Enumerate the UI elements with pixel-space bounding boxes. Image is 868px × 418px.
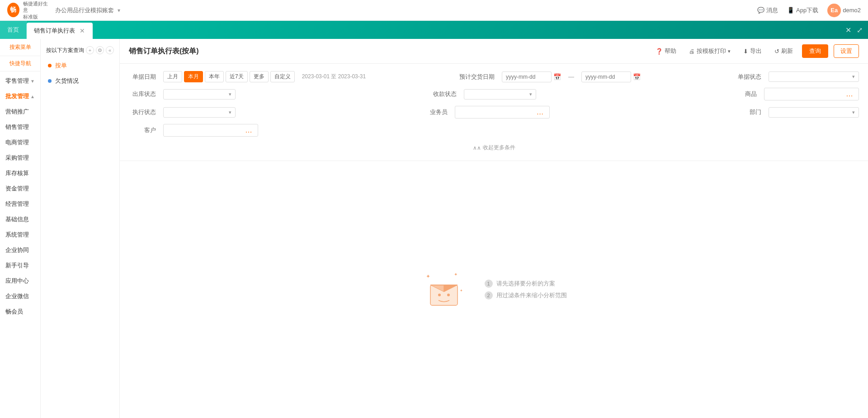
print-button[interactable]: 🖨 按模板打印 ▾	[685, 45, 734, 57]
tab-expand-icon[interactable]: ⤢	[857, 26, 863, 34]
sidebar-item-ecommerce[interactable]: 电商管理	[0, 135, 40, 150]
tab-close-icon[interactable]: ✕	[80, 27, 85, 34]
tab-home[interactable]: 首页	[0, 21, 27, 39]
product-input-group: …	[764, 88, 859, 100]
filter-row-4: 客户 …	[129, 124, 859, 137]
sidebar-item-app-center[interactable]: 应用中心	[0, 273, 40, 289]
breadcrumb-dropdown-icon[interactable]: ▾	[118, 7, 120, 14]
customer-label: 客户	[129, 126, 156, 134]
logo-area: 畅 畅捷通好生意 标准版	[7, 0, 48, 20]
sidebar-item-enterprise[interactable]: 企业协同	[0, 242, 40, 258]
settings-button[interactable]: 设置	[834, 44, 859, 58]
customer-input[interactable]	[167, 127, 243, 134]
sidebar-item-operations[interactable]: 经营管理	[0, 196, 40, 212]
date-btn-this-month[interactable]: 本月	[184, 71, 203, 82]
sub-nav-collapse-icon[interactable]: «	[106, 46, 114, 54]
delivery-arrow-icon: ▾	[229, 91, 231, 97]
order-dot	[48, 64, 52, 67]
salesperson-input-group: …	[455, 106, 550, 119]
execution-status-select[interactable]: ▾	[163, 107, 236, 118]
empty-step-1: 1 请先选择要分析的方案	[485, 280, 567, 288]
sub-nav-settings-icon[interactable]: ⚙	[96, 46, 104, 54]
date-btn-last7days[interactable]: 近7天	[226, 71, 248, 82]
sidebar-item-retail[interactable]: 零售管理	[0, 73, 40, 89]
top-header: 畅 畅捷通好生意 标准版 办公用品行业模拟账套 ▾ 💬 消息 📱 App下载 E…	[0, 0, 868, 21]
top-right-area: 💬 消息 📱 App下载 Ea demo2	[757, 4, 861, 17]
collapse-button[interactable]: ∧∧ 收起更多条件	[469, 142, 519, 153]
date-btn-last-month[interactable]: 上月	[163, 71, 182, 82]
collapse-icon: ∧∧	[473, 145, 481, 151]
print-icon: 🖨	[689, 48, 695, 55]
svg-point-8	[447, 294, 450, 296]
content-area: 按以下方案查询 + ⚙ « 按单	[41, 39, 868, 418]
export-icon: ⬇	[743, 48, 748, 55]
customer-ellipsis-icon[interactable]: …	[243, 126, 254, 134]
sidebar-item-member[interactable]: 畅会员	[0, 304, 40, 319]
sidebar-item-wholesale[interactable]: 批发管理	[0, 89, 40, 104]
page-actions: ❓ 帮助 🖨 按模板打印 ▾ ⬇ 导出 ↺	[652, 44, 859, 58]
app-download-button[interactable]: 📱 App下载	[787, 6, 818, 14]
sidebar-item-purchase[interactable]: 采购管理	[0, 150, 40, 166]
filter-row-2: 出库状态 ▾ 收款状态 ▾ 商品	[129, 88, 859, 100]
salesperson-ellipsis-icon[interactable]: …	[535, 108, 546, 116]
query-button[interactable]: 查询	[802, 44, 828, 58]
sub-nav-header: 按以下方案查询 + ⚙ «	[41, 44, 119, 58]
svg-point-7	[438, 294, 441, 296]
expected-date-to-group: 📅	[581, 71, 641, 82]
sidebar-item-inventory[interactable]: 库存核算	[0, 166, 40, 181]
svg-text:✦: ✦	[454, 272, 458, 277]
date-btn-this-year[interactable]: 本年	[205, 71, 224, 82]
sidebar-item-marketing[interactable]: 营销推广	[0, 104, 40, 119]
order-status-select[interactable]: ▾	[769, 71, 859, 82]
sidebar: 搜索菜单 快捷导航 零售管理 批发管理 营销推广 销售管理 电商管理 采购管理	[0, 39, 41, 418]
date-to-calendar-icon[interactable]: 📅	[633, 73, 641, 81]
sidebar-item-wechat[interactable]: 企业微信	[0, 289, 40, 304]
message-icon: 💬	[757, 7, 764, 14]
expected-date-label: 预计交货日期	[459, 73, 495, 81]
delivery-status-label: 出库状态	[129, 90, 156, 98]
empty-state-content: ✦ ✦ ✦ 1 请先选择	[421, 267, 567, 312]
expected-date-from-input[interactable]	[502, 71, 552, 82]
department-select[interactable]: ▾	[769, 107, 859, 118]
product-label: 商品	[730, 90, 757, 98]
payment-status-select[interactable]: ▾	[464, 89, 536, 100]
payment-arrow-icon: ▾	[529, 91, 532, 97]
page-header: 销售订单执行表(按单) ❓ 帮助 🖨 按模板打印 ▾ ⬇	[120, 39, 868, 64]
product-input[interactable]	[768, 91, 844, 98]
execution-arrow-icon: ▾	[229, 109, 231, 115]
export-button[interactable]: ⬇ 导出	[740, 45, 765, 57]
help-button[interactable]: ❓ 帮助	[652, 45, 680, 57]
sub-nav-header-icons: + ⚙ «	[86, 46, 114, 54]
sidebar-item-finance[interactable]: 资金管理	[0, 181, 40, 196]
sidebar-item-basic-info[interactable]: 基础信息	[0, 212, 40, 227]
app-download-icon: 📱	[787, 7, 794, 14]
sub-nav-item-order[interactable]: 按单	[41, 58, 119, 73]
customer-input-group: …	[163, 124, 258, 137]
sub-nav-add-icon[interactable]: +	[86, 46, 94, 54]
sub-nav-item-debt[interactable]: 欠货情况	[41, 73, 119, 89]
date-btn-group: 上月 本月 本年 近7天 更多 自定义	[163, 71, 295, 82]
main-layout: 搜索菜单 快捷导航 零售管理 批发管理 营销推广 销售管理 电商管理 采购管理	[0, 39, 868, 418]
sidebar-items: 零售管理 批发管理 营销推广 销售管理 电商管理 采购管理 库存核算 资金管理	[0, 71, 40, 321]
sidebar-search[interactable]: 搜索菜单	[0, 39, 40, 56]
salesperson-input[interactable]	[459, 109, 535, 116]
sidebar-item-system[interactable]: 系统管理	[0, 227, 40, 242]
empty-step-2: 2 用过滤条件来缩小分析范围	[485, 291, 567, 299]
page-main: 销售订单执行表(按单) ❓ 帮助 🖨 按模板打印 ▾ ⬇	[120, 39, 868, 418]
sidebar-item-sales-mgmt[interactable]: 销售管理	[0, 119, 40, 135]
sidebar-quick-nav[interactable]: 快捷导航	[0, 56, 40, 71]
date-btn-more[interactable]: 更多	[250, 71, 269, 82]
message-button[interactable]: 💬 消息	[757, 6, 778, 14]
product-ellipsis-icon[interactable]: …	[844, 90, 855, 98]
date-from-calendar-icon[interactable]: 📅	[553, 73, 561, 81]
expected-date-to-input[interactable]	[581, 71, 631, 82]
date-btn-custom[interactable]: 自定义	[270, 71, 295, 82]
collapse-area: ∧∧ 收起更多条件	[129, 142, 859, 153]
refresh-button[interactable]: ↺ 刷新	[771, 45, 797, 57]
sidebar-item-newuser[interactable]: 新手引导	[0, 258, 40, 273]
delivery-status-select[interactable]: ▾	[163, 89, 236, 100]
tab-close-all-icon[interactable]: ✕	[845, 26, 851, 34]
user-profile[interactable]: Ea demo2	[827, 4, 861, 17]
tab-sales-order[interactable]: 销售订单执行表 ✕	[27, 23, 93, 39]
tab-bar: 首页 销售订单执行表 ✕ ✕ ⤢	[0, 21, 868, 39]
